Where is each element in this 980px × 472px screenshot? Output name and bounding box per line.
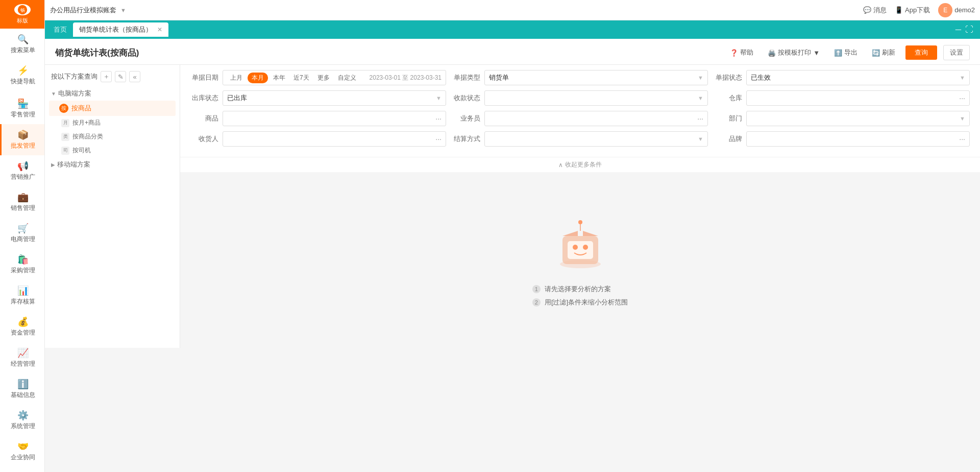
sidebar-item-operation[interactable]: 📈 经营管理 [0, 342, 44, 373]
doc-status-dropdown-icon: ▼ [960, 75, 965, 81]
doc-type-control[interactable]: 销货单 ▼ [484, 70, 708, 85]
topbar-dropdown-icon[interactable]: ▼ [120, 7, 126, 13]
date-tab-more[interactable]: 更多 [314, 73, 333, 83]
settlement-control[interactable]: ▼ [484, 131, 708, 147]
tab-close-btn[interactable]: ✕ [157, 26, 162, 33]
tab-sales-stats[interactable]: 销货单统计表（按商品） ✕ [73, 22, 168, 37]
collapse-label: 收起更多条件 [565, 160, 602, 169]
mobile-scheme-header[interactable]: ▶ 移动端方案 [45, 157, 180, 172]
template-print-btn[interactable]: 🖨️ 按模板打印 ▼ [764, 46, 824, 59]
sidebar-item-enterprise[interactable]: 🤝 企业协同 [0, 436, 44, 467]
user-area[interactable]: E demo2 [938, 3, 975, 17]
refresh-label: 刷新 [882, 48, 895, 57]
sidebar-item-finance[interactable]: 💰 资金管理 [0, 311, 44, 342]
query-button[interactable]: 查询 [905, 45, 937, 60]
pc-scheme-group-header[interactable]: ▼ 电脑端方案 [49, 86, 176, 101]
doc-status-value: 已生效 [751, 73, 771, 82]
scheme-by-goods[interactable]: 按 按商品 [49, 101, 176, 116]
sidebar-item-basic[interactable]: ℹ️ 基础信息 [0, 373, 44, 405]
date-tab-current-month[interactable]: 本月 [248, 73, 268, 83]
sidebar-item-search-label: 搜索菜单 [11, 46, 35, 55]
salesman-control[interactable]: ··· [484, 111, 708, 126]
sidebar-item-marketing[interactable]: 📢 营销推广 [0, 155, 44, 186]
add-scheme-btn[interactable]: ＋ [101, 71, 112, 82]
sidebar-item-inventory[interactable]: 📊 库存核算 [0, 280, 44, 311]
scheme-by-category[interactable]: 类 按商品分类 [49, 130, 176, 144]
app-download-btn[interactable]: 📱 App下载 [895, 6, 930, 15]
brand-control[interactable]: ··· [746, 131, 970, 147]
doc-status-control[interactable]: 已生效 ▼ [746, 70, 970, 85]
payment-status-dropdown-icon: ▼ [698, 95, 703, 101]
message-btn[interactable]: 💬 消息 [863, 6, 887, 15]
sidebar-item-basic-label: 基础信息 [11, 391, 35, 399]
sidebar-item-quick-nav[interactable]: ⚡ 快捷导航 [0, 60, 44, 91]
settlement-label: 结算方式 [452, 134, 480, 144]
sidebar-item-wholesale[interactable]: 📦 批发管理 [0, 124, 44, 155]
settings-button[interactable]: 设置 [943, 45, 970, 60]
tab-home[interactable]: 首页 [47, 22, 73, 37]
date-tab-last-month[interactable]: 上月 [227, 73, 246, 83]
ecommerce-icon: 🛒 [17, 223, 29, 234]
salesman-label: 业务员 [452, 114, 480, 123]
dept-control[interactable]: ▼ [746, 111, 970, 126]
salesman-dots[interactable]: ··· [697, 114, 703, 123]
logo-area: 畅 标版 [0, 0, 44, 29]
date-control[interactable]: 上月 本月 本年 近7天 更多 自定义 2023-03-01 至 2023-03… [223, 70, 446, 85]
message-icon: 💬 [863, 6, 871, 14]
date-label: 单据日期 [190, 73, 218, 82]
storage-control[interactable]: ··· [746, 90, 970, 106]
brand-dots[interactable]: ··· [959, 135, 965, 143]
sidebar-item-ecommerce[interactable]: 🛒 电商管理 [0, 218, 44, 249]
app-download-label: App下载 [905, 6, 930, 15]
export-icon: ⬆️ [834, 49, 842, 57]
sidebar-item-search[interactable]: 🔍 搜索菜单 [0, 29, 44, 60]
date-tab-current-year[interactable]: 本年 [270, 73, 288, 83]
filter-item-consignee: 收货人 ··· [190, 131, 446, 147]
collapse-btn[interactable]: ∧ 收起更多条件 [558, 160, 602, 169]
quick-nav-icon: ⚡ [17, 65, 29, 76]
empty-tip-1-text: 请先选择要分析的方案 [545, 285, 611, 294]
payment-status-label: 收款状态 [452, 93, 480, 103]
sidebar-item-system[interactable]: ⚙️ 系统管理 [0, 405, 44, 436]
export-btn[interactable]: ⬆️ 导出 [830, 46, 862, 59]
date-tab-custom[interactable]: 自定义 [335, 73, 359, 83]
filter-item-brand: 品牌 ··· [714, 131, 970, 147]
topbar-right: 💬 消息 📱 App下载 E demo2 [863, 3, 975, 17]
storage-dots[interactable]: ··· [959, 94, 965, 102]
scheme-by-category-label: 按商品分类 [72, 132, 103, 141]
scheme-by-cashier[interactable]: 司 按司机 [49, 144, 176, 157]
goods-dots[interactable]: ··· [435, 114, 442, 123]
consignee-dots[interactable]: ··· [435, 135, 442, 143]
logo-icon: 畅 [14, 4, 31, 15]
filter-item-settlement: 结算方式 ▼ [452, 131, 708, 147]
goods-control[interactable]: ··· [223, 111, 446, 126]
payment-status-control[interactable]: ▼ [484, 90, 708, 106]
tab-maximize-btn[interactable]: ⛶ [965, 25, 973, 34]
tip-num-2: 2 [532, 298, 541, 306]
filter-item-dept: 部门 ▼ [714, 111, 970, 126]
scheme-by-month-goods[interactable]: 月 按月+商品 [49, 116, 176, 130]
sidebar-item-retail[interactable]: 🏪 零售管理 [0, 93, 44, 124]
sidebar-item-guide[interactable]: 📖 新手引导 [0, 467, 44, 472]
pc-scheme-label: 电脑端方案 [58, 89, 91, 98]
empty-tip-2: 2 用[过滤]条件来缩小分析范围 [532, 298, 628, 307]
refresh-btn[interactable]: 🔄 刷新 [868, 46, 899, 59]
sidebar-item-sales[interactable]: 💼 销售管理 [0, 186, 44, 218]
inventory-icon: 📊 [17, 285, 29, 296]
topbar-title: 办公用品行业模拟账套 [50, 6, 116, 15]
edit-scheme-btn[interactable]: ✎ [115, 71, 126, 82]
warehouse-status-control[interactable]: 已出库 ▼ [223, 90, 446, 106]
tab-minimize-btn[interactable]: ─ [955, 25, 961, 34]
wholesale-icon: 📦 [17, 129, 29, 140]
template-print-label: 按模板打印 [778, 48, 811, 57]
sidebar-item-purchase[interactable]: 🛍️ 采购管理 [0, 249, 44, 280]
collapse-panel-btn[interactable]: « [129, 71, 140, 82]
topbar: 办公用品行业模拟账套 ▼ 💬 消息 📱 App下载 E demo2 [45, 0, 980, 20]
system-icon: ⚙️ [17, 410, 29, 421]
date-tab-7days[interactable]: 近7天 [290, 73, 312, 83]
scheme-by-cashier-icon: 司 [61, 147, 69, 155]
consignee-control[interactable]: ··· [223, 131, 446, 147]
help-btn[interactable]: ❓ 帮助 [726, 46, 757, 59]
dept-dropdown-icon: ▼ [960, 115, 965, 122]
sidebar-item-operation-label: 经营管理 [11, 360, 35, 368]
